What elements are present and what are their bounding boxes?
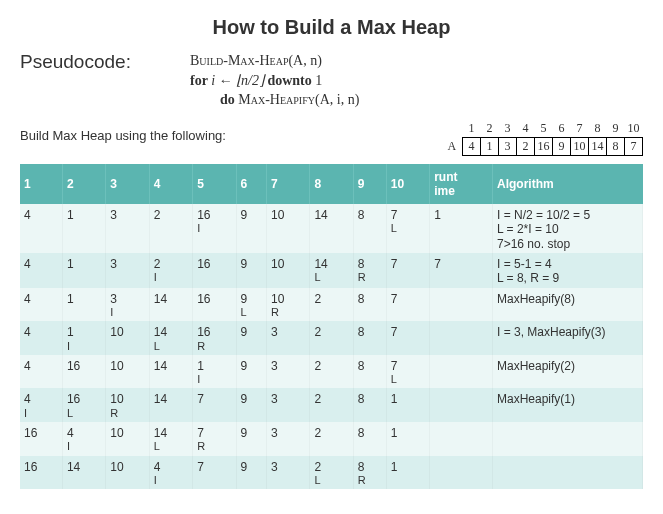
array-index: 10: [625, 120, 643, 138]
table-row: 4I16L10R14793281MaxHeapify(1): [20, 388, 643, 422]
pseudo-loop-var: i ← ⌊n/2⌋: [211, 73, 267, 88]
trace-cell: [430, 422, 493, 456]
array-index: 1: [463, 120, 481, 138]
trace-cell: 9: [236, 456, 266, 490]
pseudo-downto: downto: [267, 73, 315, 88]
trace-cell: 2: [310, 388, 353, 422]
trace-cell: 9: [236, 355, 266, 389]
trace-cell: 7: [386, 288, 429, 322]
array-cell: 14: [589, 137, 607, 155]
pseudo-args: (A, n): [288, 53, 321, 68]
trace-cell: 3: [267, 388, 310, 422]
trace-cell: 1I: [62, 321, 105, 355]
page-title: How to Build a Max Heap: [20, 16, 643, 39]
algorithm-cell: MaxHeapify(2): [493, 355, 643, 389]
array-index: 2: [481, 120, 499, 138]
trace-cell: 1: [430, 204, 493, 253]
array-cell: 3: [499, 137, 517, 155]
trace-cell: 1: [386, 456, 429, 490]
pseudo-do: do: [220, 92, 238, 107]
column-header: 8: [310, 164, 353, 204]
trace-cell: 2I: [149, 253, 192, 288]
trace-cell: 10: [106, 321, 149, 355]
column-header: 4: [149, 164, 192, 204]
trace-cell: 10: [106, 355, 149, 389]
table-row: 413I14169L10R287MaxHeapify(8): [20, 288, 643, 322]
trace-cell: 16L: [62, 388, 105, 422]
trace-cell: 7: [430, 253, 493, 288]
array-index: 4: [517, 120, 535, 138]
trace-cell: 9L: [236, 288, 266, 322]
pseudocode-block: Pseudocode: Build-Max-Heap(A, n) for i ←…: [20, 51, 643, 110]
pseudo-call: Max-Heapify: [238, 92, 315, 107]
column-header: Algorithm: [493, 164, 643, 204]
trace-cell: 2: [149, 204, 192, 253]
array-cell: 4: [463, 137, 481, 155]
trace-cell: 7: [386, 321, 429, 355]
trace-cell: 8: [353, 321, 386, 355]
trace-cell: 14L: [149, 321, 192, 355]
trace-cell: 2: [310, 422, 353, 456]
array-index: 6: [553, 120, 571, 138]
trace-cell: [430, 355, 493, 389]
trace-cell: 14: [149, 288, 192, 322]
trace-cell: 8: [353, 288, 386, 322]
pseudo-call-args: (A, i, n): [315, 92, 359, 107]
trace-cell: 2: [310, 321, 353, 355]
trace-cell: [430, 321, 493, 355]
trace-cell: 1: [62, 204, 105, 253]
trace-cell: 7L: [386, 355, 429, 389]
table-row: 4132I1691014L8R77I = 5-1 = 4L = 8, R = 9: [20, 253, 643, 288]
trace-cell: 3: [106, 204, 149, 253]
trace-cell: 2: [310, 288, 353, 322]
trace-cell: 16: [20, 422, 62, 456]
pseudo-for: for: [190, 73, 211, 88]
trace-cell: 10R: [106, 388, 149, 422]
trace-cell: 8: [353, 355, 386, 389]
trace-cell: 9: [236, 388, 266, 422]
trace-cell: 4: [20, 204, 62, 253]
trace-cell: 8R: [353, 253, 386, 288]
trace-cell: 8R: [353, 456, 386, 490]
trace-cell: 4: [20, 288, 62, 322]
algorithm-cell: [493, 422, 643, 456]
table-row: 41610141I93287LMaxHeapify(2): [20, 355, 643, 389]
array-cell: 7: [625, 137, 643, 155]
trace-cell: 1: [386, 388, 429, 422]
column-header: 3: [106, 164, 149, 204]
algorithm-cell: I = N/2 = 10/2 = 5L = 2*I = 107>16 no. s…: [493, 204, 643, 253]
algorithm-cell: I = 3, MaxHeapify(3): [493, 321, 643, 355]
trace-cell: 1: [62, 253, 105, 288]
algorithm-cell: I = 5-1 = 4L = 8, R = 9: [493, 253, 643, 288]
trace-cell: 8: [353, 388, 386, 422]
trace-cell: 3: [267, 456, 310, 490]
trace-cell: 8: [353, 204, 386, 253]
trace-cell: 3: [106, 253, 149, 288]
table-row: 1614104I7932L8R1: [20, 456, 643, 490]
trace-cell: 3: [267, 355, 310, 389]
column-header: 1: [20, 164, 62, 204]
trace-cell: 14: [310, 204, 353, 253]
column-header: 7: [267, 164, 310, 204]
build-following-label: Build Max Heap using the following:: [20, 128, 226, 143]
trace-cell: 3: [267, 321, 310, 355]
trace-cell: 4I: [149, 456, 192, 490]
array-label: A: [445, 137, 463, 155]
trace-cell: 16: [193, 288, 236, 322]
trace-cell: 14L: [310, 253, 353, 288]
trace-cell: [430, 388, 493, 422]
trace-cell: 16: [62, 355, 105, 389]
trace-cell: 16I: [193, 204, 236, 253]
trace-cell: 2L: [310, 456, 353, 490]
trace-cell: 16R: [193, 321, 236, 355]
trace-cell: 14L: [149, 422, 192, 456]
trace-cell: 4I: [20, 388, 62, 422]
array-index: 3: [499, 120, 517, 138]
table-row: 413216I9101487L1I = N/2 = 10/2 = 5L = 2*…: [20, 204, 643, 253]
pseudocode-body: Build-Max-Heap(A, n) for i ← ⌊n/2⌋ downt…: [190, 51, 359, 110]
algorithm-cell: [493, 456, 643, 490]
array-index: 5: [535, 120, 553, 138]
trace-cell: 9: [236, 204, 266, 253]
array-index: 8: [589, 120, 607, 138]
trace-cell: 1: [386, 422, 429, 456]
